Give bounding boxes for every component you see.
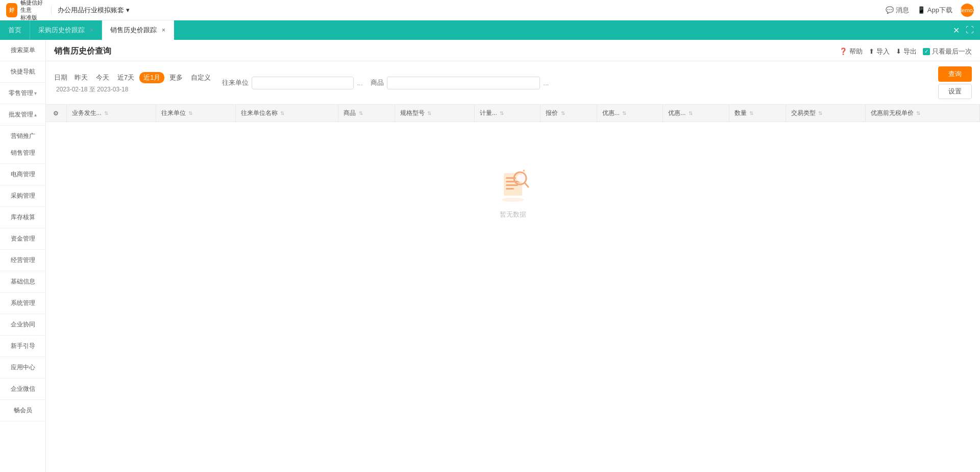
gear-icon[interactable]: ⚙	[53, 110, 59, 117]
product-dots[interactable]: ...	[543, 79, 549, 87]
empty-icon: ✦	[493, 163, 533, 204]
sort-icon: ⇅	[561, 110, 565, 116]
counterparty-input[interactable]	[252, 77, 354, 89]
sort-icon: ⇅	[749, 110, 753, 116]
sidebar-item-basic-info[interactable]: 基础信息	[0, 271, 45, 293]
product-input[interactable]	[387, 77, 540, 89]
svg-rect-5	[506, 188, 514, 190]
sidebar-item-corp-wechat[interactable]: 企业微信	[0, 379, 45, 400]
import-icon: ⬆	[869, 48, 874, 55]
empty-illustration: ✦	[493, 163, 533, 204]
app-selector[interactable]: 办公用品行业模拟账套 ▾	[51, 6, 130, 15]
sort-icon: ⇅	[359, 110, 363, 116]
sidebar-item-search-menu[interactable]: 搜索菜单	[0, 40, 45, 61]
sort-icon: ⇅	[689, 110, 693, 116]
sidebar-item-purchase[interactable]: 采购管理	[0, 185, 45, 207]
tab-purchase-close[interactable]: ×	[90, 27, 93, 34]
sort-icon: ⇅	[427, 110, 431, 116]
tab-purchase-history[interactable]: 采购历史价跟踪 ×	[30, 20, 102, 40]
sidebar-item-retail-mgmt[interactable]: 零售管理 ▾	[0, 83, 45, 104]
sidebar-item-wholesale-mgmt[interactable]: 批发管理 ▴	[0, 104, 45, 126]
sidebar-item-inventory[interactable]: 库存核算	[0, 207, 45, 228]
sort-icon: ⇅	[500, 110, 504, 116]
page-container: 销售历史价查询 ❓ 帮助 ⬆ 导入 ⬇ 导出	[46, 40, 980, 472]
tab-close-all-icon[interactable]: ✕	[953, 26, 960, 35]
counterparty-dots[interactable]: ...	[357, 79, 362, 87]
top-bar-right: 💬 消息 📱 App下载 demo2	[886, 4, 974, 17]
sidebar: 搜索菜单 快捷导航 零售管理 ▾ 批发管理 ▴ 营销推广 销售管理 电商管理 采…	[0, 40, 46, 472]
message-icon: 💬	[886, 6, 894, 14]
sidebar-item-enterprise[interactable]: 企业协同	[0, 314, 45, 336]
empty-state: ✦ 暂无数据	[46, 122, 980, 260]
table-col-counterparty-code[interactable]: 往来单位 ⇅	[156, 105, 235, 122]
table-col-biz-date[interactable]: 业务发生... ⇅	[66, 105, 156, 122]
sidebar-item-ecommerce[interactable]: 电商管理	[0, 164, 45, 185]
table-col-quote[interactable]: 报价 ⇅	[541, 105, 597, 122]
tab-expand-icon[interactable]: ⛶	[966, 26, 974, 35]
date-today[interactable]: 今天	[93, 72, 112, 83]
sidebar-item-finance[interactable]: 资金管理	[0, 228, 45, 250]
date-7days[interactable]: 近7天	[114, 72, 137, 83]
export-icon: ⬇	[896, 48, 901, 55]
user-menu[interactable]: demo2	[961, 4, 974, 17]
svg-line-8	[525, 183, 528, 187]
counterparty-label: 往来单位	[222, 78, 249, 87]
sidebar-item-sales-mgmt[interactable]: 销售管理	[0, 145, 45, 161]
page-header: 销售历史价查询 ❓ 帮助 ⬆ 导入 ⬇ 导出	[46, 40, 980, 61]
query-button[interactable]: 查询	[938, 66, 972, 82]
sidebar-item-operations[interactable]: 经营管理	[0, 250, 45, 271]
table-col-quantity[interactable]: 数量 ⇅	[729, 105, 786, 122]
sidebar-item-newbie[interactable]: 新手引导	[0, 336, 45, 357]
help-icon: ❓	[839, 48, 847, 55]
table-col-gear[interactable]: ⚙	[46, 105, 66, 122]
export-button[interactable]: ⬇ 导出	[896, 47, 917, 56]
sidebar-item-app-center[interactable]: 应用中心	[0, 357, 45, 379]
table-col-unit[interactable]: 计量... ⇅	[474, 105, 541, 122]
tab-bar-actions: ✕ ⛶	[947, 20, 980, 40]
download-icon: 📱	[917, 6, 925, 14]
chevron-down-icon: ▾	[126, 6, 130, 14]
table-col-spec[interactable]: 规格型号 ⇅	[395, 105, 474, 122]
product-filter-group: 商品 ...	[371, 77, 549, 89]
table-col-pre-tax[interactable]: 优惠前无税单价 ⇅	[865, 105, 979, 122]
table-col-discount1[interactable]: 优惠... ⇅	[597, 105, 663, 122]
date-1month[interactable]: 近1月	[139, 72, 164, 83]
table-col-trade-type[interactable]: 交易类型 ⇅	[786, 105, 865, 122]
avatar: demo2	[961, 4, 974, 17]
table-col-discount2[interactable]: 优惠... ⇅	[663, 105, 729, 122]
message-button[interactable]: 💬 消息	[886, 6, 909, 15]
sidebar-item-system[interactable]: 系统管理	[0, 293, 45, 314]
tab-home[interactable]: 首页	[0, 20, 30, 40]
svg-rect-4	[506, 184, 518, 186]
date-range-display: 2023-02-18 至 2023-03-18	[56, 86, 128, 93]
settings-button[interactable]: 设置	[938, 84, 972, 99]
sidebar-item-membership[interactable]: 畅会员	[0, 400, 45, 421]
table-col-product[interactable]: 商品 ⇅	[338, 105, 395, 122]
sort-icon: ⇅	[280, 110, 284, 116]
product-label: 商品	[371, 78, 384, 87]
only-last-checkbox[interactable]: 只看最后一次	[923, 47, 972, 56]
help-button[interactable]: ❓ 帮助	[839, 47, 863, 56]
table-col-counterparty-name[interactable]: 往来单位名称 ⇅	[235, 105, 338, 122]
logo-icon: 好	[6, 3, 17, 17]
content-area: 销售历史价查询 ❓ 帮助 ⬆ 导入 ⬇ 导出	[46, 40, 980, 472]
table-header-row: ⚙ 业务发生... ⇅ 往来单位 ⇅ 往来单位名称	[46, 105, 980, 122]
sort-icon: ⇅	[622, 110, 626, 116]
chevron-up-icon: ▴	[34, 112, 37, 117]
date-yesterday[interactable]: 昨天	[71, 72, 91, 83]
import-button[interactable]: ⬆ 导入	[869, 47, 890, 56]
top-bar-left: 好 畅捷信好生意 标准版 办公用品行业模拟账套 ▾	[6, 0, 130, 21]
sidebar-item-quick-nav[interactable]: 快捷导航	[0, 61, 45, 83]
tab-sales-history[interactable]: 销售历史价跟踪 ×	[102, 20, 174, 40]
sidebar-item-marketing[interactable]: 营销推广	[0, 128, 45, 145]
date-more[interactable]: 更多	[166, 72, 186, 83]
svg-text:✦: ✦	[522, 169, 526, 173]
app-download-button[interactable]: 📱 App下载	[917, 6, 952, 15]
page-title: 销售历史价查询	[54, 46, 111, 57]
sort-icon: ⇅	[188, 110, 192, 116]
table-area: ⚙ 业务发生... ⇅ 往来单位 ⇅ 往来单位名称	[46, 105, 980, 472]
counterparty-filter-group: 往来单位 ...	[222, 77, 362, 89]
filter-area: 日期 昨天 今天 近7天 近1月 更多 自定义 2023-02-18 至 202…	[46, 61, 980, 105]
tab-sales-close[interactable]: ×	[162, 27, 165, 34]
date-custom[interactable]: 自定义	[188, 72, 214, 83]
